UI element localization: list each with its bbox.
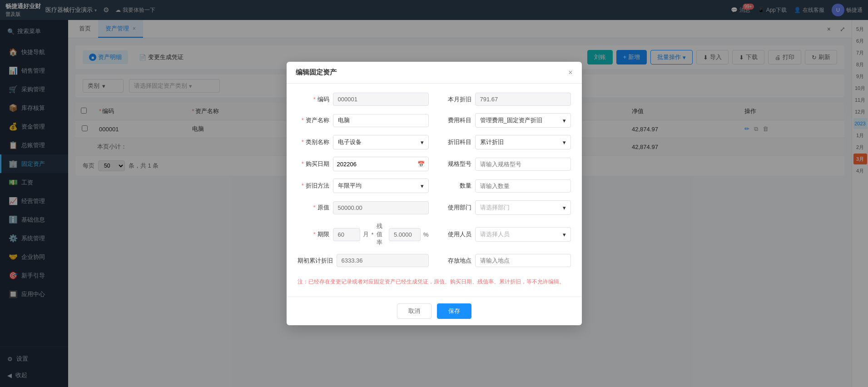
field-code: * 编码 — [298, 93, 429, 106]
purchase-date-input[interactable] — [337, 161, 417, 168]
field-expense-subject: 费用科目 管理费用_固定资产折旧 ▾ — [440, 113, 571, 128]
code-input[interactable] — [333, 93, 429, 106]
field-original-value: * 原值 — [298, 200, 429, 215]
purchase-date-label: * 购买日期 — [298, 160, 329, 168]
form-grid: * 编码 本月折旧 * 资产名称 — [298, 93, 571, 288]
original-value-label: * 原值 — [298, 203, 329, 212]
chevron-down-icon: ▾ — [563, 139, 566, 146]
monthly-depreciation-label: 本月折旧 — [440, 95, 471, 104]
department-label: 使用部门 — [440, 203, 471, 212]
term-label: * 期限 — [298, 230, 329, 238]
category-dropdown[interactable]: 电子设备 ▾ — [333, 135, 429, 149]
location-label: 存放地点 — [440, 257, 471, 265]
depreciation-method-label: * 折旧方法 — [298, 182, 329, 190]
field-monthly-depreciation: 本月折旧 — [440, 93, 571, 106]
initial-accum-input[interactable] — [337, 254, 429, 267]
term-input[interactable] — [333, 228, 360, 241]
field-depreciation-subject: 折旧科目 累计折旧 ▾ — [440, 135, 571, 149]
form-note: 注：已经存在变更记录或者对应固定资产已经生成凭证，原值、购买日期、残值率、累计折… — [298, 274, 571, 288]
modal-close-btn[interactable]: × — [568, 69, 572, 77]
field-term-residual: * 期限 月 * 残值率 % — [298, 222, 429, 247]
chevron-down-icon: ▾ — [421, 183, 424, 189]
residual-rate-input[interactable] — [389, 228, 421, 241]
field-spec: 规格型号 — [440, 157, 571, 171]
initial-accum-label: 期初累计折旧 — [298, 257, 333, 265]
department-select[interactable]: 请选择部门 ▾ — [475, 200, 571, 215]
category-label: * 类别名称 — [298, 138, 329, 146]
monthly-depreciation-input — [475, 93, 571, 106]
field-purchase-date: * 购买日期 📅 — [298, 157, 429, 171]
modal-header: 编辑固定资产 × — [287, 62, 582, 84]
chevron-down-icon: ▾ — [563, 117, 566, 124]
depreciation-method-select[interactable]: 年限平均 ▾ — [333, 179, 429, 193]
modal-body: * 编码 本月折旧 * 资产名称 — [287, 84, 582, 297]
asset-name-input[interactable] — [333, 114, 429, 127]
code-label: * 编码 — [298, 95, 329, 104]
field-user: 使用人员 请选择人员 ▾ — [440, 222, 571, 247]
modal-title: 编辑固定资产 — [296, 68, 337, 77]
quantity-label: 数量 — [440, 182, 471, 190]
field-category: * 类别名称 电子设备 ▾ — [298, 135, 429, 149]
field-depreciation-method: * 折旧方法 年限平均 ▾ — [298, 179, 429, 193]
chevron-down-icon: ▾ — [563, 204, 566, 211]
user-select[interactable]: 请选择人员 ▾ — [475, 227, 571, 242]
depreciation-subject-label: 折旧科目 — [440, 138, 471, 146]
spec-label: 规格型号 — [440, 160, 471, 168]
field-asset-name: * 资产名称 — [298, 113, 429, 128]
calendar-icon[interactable]: 📅 — [417, 161, 425, 168]
cancel-button[interactable]: 取消 — [397, 303, 432, 319]
expense-subject-select[interactable]: 管理费用_固定资产折旧 ▾ — [475, 113, 571, 128]
quantity-input[interactable] — [475, 179, 571, 193]
save-button[interactable]: 保存 — [437, 303, 471, 319]
modal-overlay: 编辑固定资产 × * 编码 本月折旧 — [0, 0, 868, 387]
field-location: 存放地点 — [440, 254, 571, 267]
chevron-down-icon: ▾ — [421, 139, 424, 146]
user-label: 使用人员 — [440, 230, 471, 238]
original-value-input[interactable] — [333, 201, 429, 214]
asset-name-label: * 资产名称 — [298, 116, 329, 124]
modal-footer: 取消 保存 — [287, 297, 582, 325]
edit-asset-modal: 编辑固定资产 × * 编码 本月折旧 — [287, 62, 582, 325]
depreciation-subject-select[interactable]: 累计折旧 ▾ — [475, 135, 571, 149]
field-department: 使用部门 请选择部门 ▾ — [440, 200, 571, 215]
expense-subject-label: 费用科目 — [440, 116, 471, 124]
location-input[interactable] — [475, 254, 571, 267]
spec-input[interactable] — [475, 158, 571, 171]
chevron-down-icon: ▾ — [563, 231, 566, 238]
field-initial-accum: 期初累计折旧 — [298, 254, 429, 267]
field-quantity: 数量 — [440, 179, 571, 193]
